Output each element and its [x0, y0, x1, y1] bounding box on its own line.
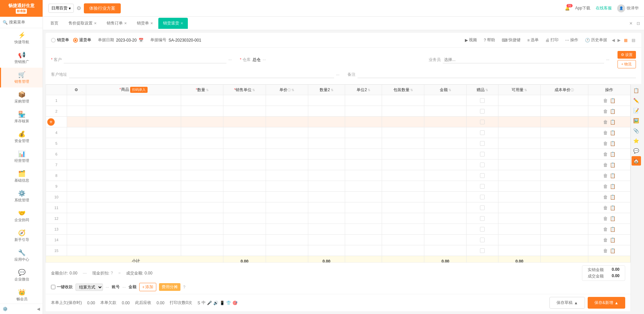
- list-view-icon[interactable]: ▤: [631, 37, 636, 43]
- row-gift[interactable]: [467, 117, 498, 127]
- row-pack[interactable]: [382, 106, 424, 117]
- app-download-link[interactable]: App下载: [575, 5, 590, 11]
- operate-btn[interactable]: ⋯操作: [563, 36, 580, 44]
- logistics-button[interactable]: + 物流: [618, 60, 636, 68]
- copy-icon[interactable]: 📋: [610, 162, 615, 168]
- row-goods[interactable]: [86, 127, 181, 138]
- tab-close-icon[interactable]: ✕: [180, 21, 183, 25]
- row-goods[interactable]: [86, 224, 181, 235]
- delete-icon[interactable]: 🗑: [603, 194, 608, 200]
- side-btn-4[interactable]: 🖼️: [632, 116, 641, 125]
- expand-icon[interactable]: ⊡: [635, 20, 641, 27]
- collapse-icon[interactable]: ◀: [37, 307, 40, 311]
- copy-icon[interactable]: 📋: [610, 173, 615, 178]
- sidebar-item-basic[interactable]: 🗂️ 基础信息: [0, 167, 43, 186]
- save-new-btn[interactable]: 保存&新增 ▲: [588, 297, 625, 309]
- row-price[interactable]: [266, 106, 308, 117]
- row-unit2[interactable]: [345, 117, 382, 127]
- settings-button[interactable]: ⚙ 设置: [618, 51, 636, 59]
- payment-help-icon[interactable]: ?: [183, 285, 185, 290]
- row-price[interactable]: [266, 95, 308, 106]
- row-qty[interactable]: [181, 95, 223, 106]
- row-goods[interactable]: [86, 170, 181, 181]
- row-goods[interactable]: [86, 106, 181, 117]
- user-profile[interactable]: 👤 徐泽华: [617, 4, 639, 12]
- copy-icon[interactable]: 📋: [610, 109, 615, 114]
- row-goods[interactable]: [86, 95, 181, 106]
- help-btn[interactable]: ?帮助: [482, 36, 497, 44]
- copy-icon[interactable]: 📋: [610, 237, 615, 243]
- sidebar-item-wechat[interactable]: 💬 企业微信: [0, 265, 43, 285]
- row-goods[interactable]: [86, 160, 181, 170]
- row-avail[interactable]: [498, 117, 540, 127]
- staff-input[interactable]: [443, 56, 604, 63]
- side-btn-6[interactable]: ⭐: [632, 136, 641, 145]
- delete-icon[interactable]: 🗑: [603, 227, 608, 232]
- close-all-icon[interactable]: ✕: [628, 20, 634, 27]
- shortcut-btn[interactable]: ⌨快捷键: [500, 36, 523, 44]
- notification-bell[interactable]: 🔔 70: [565, 6, 570, 11]
- sidebar-item-finance[interactable]: 💰 资金管理: [0, 127, 43, 147]
- row-gift[interactable]: [467, 106, 498, 117]
- grid-view-icon[interactable]: ▦: [623, 37, 628, 43]
- tool-icon-7[interactable]: 🎯: [232, 301, 237, 305]
- row-goods[interactable]: [86, 202, 181, 213]
- tab-sales-order[interactable]: 销售订单 ✕: [102, 18, 131, 29]
- copy-icon[interactable]: 📋: [610, 227, 615, 232]
- tab-close-icon[interactable]: ✕: [94, 21, 97, 25]
- row-unit[interactable]: [223, 106, 266, 117]
- tab-close-icon[interactable]: ✕: [124, 21, 127, 25]
- row-goods[interactable]: [86, 213, 181, 224]
- address-select-btn[interactable]: ···: [336, 72, 339, 77]
- copy-icon[interactable]: 📋: [610, 194, 615, 200]
- warehouse-select-btn[interactable]: ···: [263, 57, 266, 62]
- settings-icon[interactable]: ⚙️: [3, 307, 8, 311]
- tool-icon-4[interactable]: 🔊: [213, 301, 218, 305]
- fee-split-btn[interactable]: 费用分摊: [159, 283, 180, 291]
- tool-icon-2[interactable]: 中: [202, 300, 206, 306]
- calendar-icon[interactable]: 📅: [139, 38, 144, 43]
- side-btn-2[interactable]: ✏️: [632, 96, 641, 105]
- delete-icon[interactable]: 🗑: [603, 184, 608, 189]
- module-select[interactable]: 日用百货 ▾: [48, 4, 74, 13]
- save-draft-btn[interactable]: 保存草稿 ▲: [549, 297, 585, 309]
- delete-icon[interactable]: 🗑: [603, 141, 608, 146]
- sidebar-item-apps[interactable]: 🔧 应用中心: [0, 246, 43, 265]
- side-btn-8[interactable]: 🏠: [632, 156, 641, 166]
- copy-icon[interactable]: 📋: [610, 216, 615, 221]
- sidebar-item-inventory[interactable]: 🏪 库存核算: [0, 107, 43, 127]
- radio-return-bill[interactable]: 退货单: [73, 37, 91, 43]
- sidebar-item-member[interactable]: 👑 畅会员: [0, 285, 43, 304]
- settings-icon[interactable]: ⚙: [76, 5, 81, 11]
- calc-method-detail-btn[interactable]: ···: [106, 285, 109, 290]
- row-qty2[interactable]: [308, 95, 345, 106]
- online-service-link[interactable]: 在线客服: [596, 5, 612, 11]
- row-goods[interactable]: [86, 245, 181, 256]
- next-record-icon[interactable]: ▶: [618, 38, 621, 43]
- radio-sales-bill[interactable]: 销货单: [51, 37, 69, 43]
- tool-icon-3[interactable]: 🎤: [207, 301, 212, 305]
- delete-icon[interactable]: 🗑: [603, 205, 608, 210]
- customer-select-btn[interactable]: ···: [228, 57, 232, 62]
- delete-icon[interactable]: 🗑: [603, 173, 608, 178]
- sidebar-item-purchase[interactable]: 📦 采购管理: [0, 87, 43, 107]
- delete-icon[interactable]: 🗑: [603, 109, 608, 114]
- sidebar-item-collab[interactable]: 🤝 企业协同: [0, 206, 43, 226]
- col-header-settings[interactable]: ⚙: [67, 85, 86, 95]
- remark-input[interactable]: [358, 71, 636, 78]
- select-btn[interactable]: ≡选单: [525, 36, 541, 44]
- tool-icon-6[interactable]: 👕: [226, 301, 231, 305]
- search-menu-item[interactable]: 🔍 搜索菜单: [0, 17, 43, 28]
- delete-icon[interactable]: 🗑: [603, 130, 608, 135]
- side-btn-1[interactable]: 📋: [632, 86, 641, 95]
- prev-record-icon[interactable]: ◀: [612, 38, 615, 43]
- address-input[interactable]: [69, 71, 334, 78]
- staff-select-btn[interactable]: ···: [606, 57, 609, 62]
- video-btn[interactable]: ▶视频: [463, 36, 479, 44]
- delete-icon[interactable]: 🗑: [603, 162, 608, 168]
- tool-icon-5[interactable]: 📱: [220, 301, 225, 305]
- row-goods[interactable]: [86, 117, 181, 127]
- row-qty2[interactable]: [308, 106, 345, 117]
- row-unit[interactable]: [223, 95, 266, 106]
- row-gift[interactable]: [467, 95, 498, 106]
